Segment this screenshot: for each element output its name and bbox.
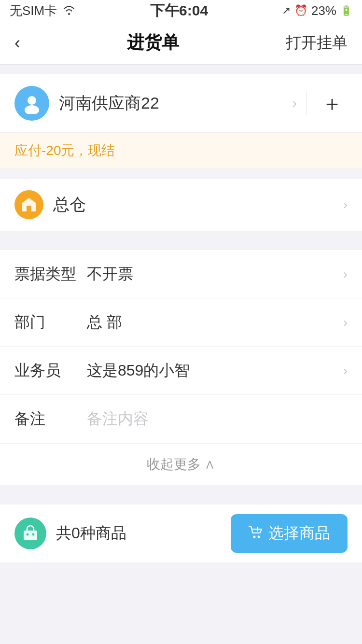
svg-point-4	[27, 533, 29, 536]
page-background	[0, 562, 362, 644]
vertical-divider	[306, 91, 307, 115]
dept-value: 总 部	[82, 312, 343, 333]
warehouse-chevron-icon: ›	[343, 197, 348, 212]
form-section: 票据类型 不开票 › 部门 总 部 › 业务员 这是859的小智 › 备注 备注…	[0, 250, 362, 485]
svg-rect-3	[24, 531, 37, 540]
gap-2	[0, 169, 362, 179]
open-pending-button[interactable]: 打开挂单	[286, 32, 348, 54]
invoice-label: 票据类型	[14, 264, 82, 285]
product-icon	[14, 518, 46, 549]
bottom-bar: 共0种商品 选择商品	[0, 504, 362, 562]
warehouse-name: 总仓	[53, 194, 343, 216]
gap-3	[0, 231, 362, 240]
salesman-value: 这是859的小智	[82, 360, 343, 381]
invoice-value: 不开票	[82, 264, 343, 285]
battery-icon: 🔋	[340, 5, 352, 16]
alarm-icon: ⏰	[294, 4, 307, 17]
svg-point-7	[258, 535, 260, 538]
svg-point-5	[32, 533, 35, 536]
svg-point-0	[28, 96, 36, 105]
warehouse-section[interactable]: 总仓 ›	[0, 179, 362, 231]
carrier-text: 无SIM卡	[10, 2, 57, 19]
supplier-section: 河南供应商22 › ＋ 应付-20元，现结	[0, 74, 362, 169]
notice-banner: 应付-20元，现结	[0, 133, 362, 169]
remark-input[interactable]: 备注内容	[82, 408, 348, 430]
back-button[interactable]: ‹	[14, 33, 20, 53]
wifi-icon	[62, 3, 76, 18]
dept-chevron-icon: ›	[343, 315, 348, 330]
supplier-avatar	[14, 86, 49, 121]
warehouse-icon	[14, 190, 43, 219]
gap-1	[0, 65, 362, 74]
status-time: 下午6:04	[150, 1, 208, 21]
supplier-chevron-icon: ›	[292, 96, 297, 111]
status-bar: 无SIM卡 下午6:04 ↗ ⏰ 23% 🔋	[0, 0, 362, 21]
supplier-row[interactable]: 河南供应商22 › ＋	[0, 74, 362, 133]
select-btn-label: 选择商品	[268, 523, 330, 544]
svg-point-6	[253, 535, 256, 538]
svg-rect-2	[27, 206, 31, 211]
svg-point-1	[25, 105, 39, 114]
invoice-chevron-icon: ›	[343, 266, 348, 282]
dept-label: 部门	[14, 312, 82, 333]
supplier-name: 河南供应商22	[59, 92, 292, 114]
salesman-chevron-icon: ›	[343, 363, 348, 378]
page-title: 进货单	[127, 31, 179, 55]
nav-bar: ‹ 进货单 打开挂单	[0, 21, 362, 65]
remark-row[interactable]: 备注 备注内容	[0, 395, 362, 443]
salesman-row[interactable]: 业务员 这是859的小智 ›	[0, 347, 362, 395]
notice-text: 应付-20元，现结	[14, 143, 115, 158]
invoice-row[interactable]: 票据类型 不开票 ›	[0, 250, 362, 298]
add-supplier-button[interactable]: ＋	[317, 89, 348, 118]
location-icon: ↗	[282, 4, 291, 17]
product-count: 共0种商品	[56, 523, 221, 544]
status-indicators: ↗ ⏰ 23% 🔋	[282, 3, 352, 18]
warehouse-row[interactable]: 总仓 ›	[0, 179, 362, 231]
remark-label: 备注	[14, 408, 82, 430]
collapse-text: 收起更多 ∧	[147, 457, 216, 472]
select-product-button[interactable]: 选择商品	[231, 514, 348, 553]
cart-icon	[248, 525, 264, 542]
dept-row[interactable]: 部门 总 部 ›	[0, 298, 362, 347]
collapse-button[interactable]: 收起更多 ∧	[0, 443, 362, 485]
gap-4	[0, 485, 362, 495]
battery-text: 23%	[311, 3, 336, 18]
status-carrier: 无SIM卡	[10, 2, 76, 19]
salesman-label: 业务员	[14, 360, 82, 381]
